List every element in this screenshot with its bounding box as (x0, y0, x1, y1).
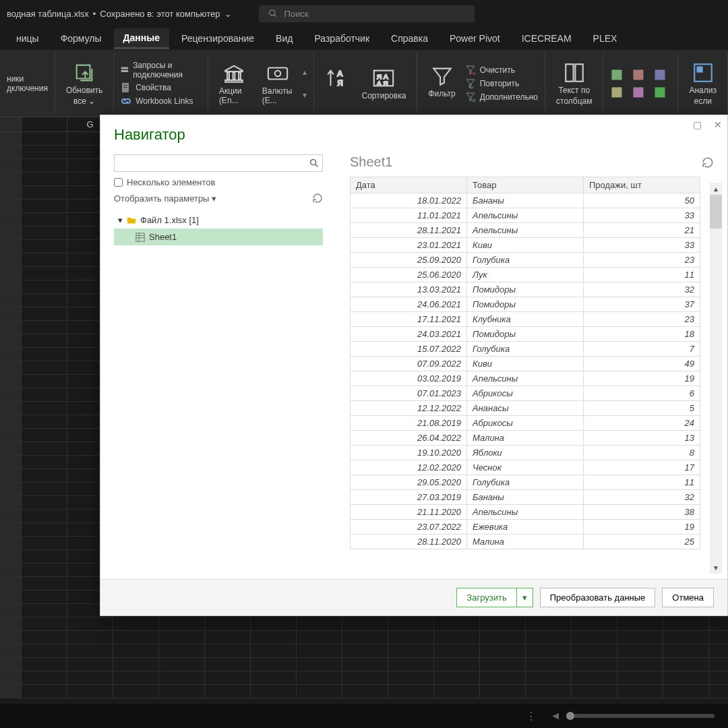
sort-button[interactable]: Я АА Я Сортировка (357, 65, 410, 102)
table-row[interactable]: 13.03.2021Помидоры32 (351, 282, 700, 297)
whatif-button[interactable]: Анализ если (685, 60, 721, 107)
ribbon-tabs: ницы Формулы Данные Рецензирование Вид Р… (0, 27, 728, 50)
svg-point-29 (311, 160, 316, 165)
workbook-links-button[interactable]: Workbook Links (121, 94, 201, 108)
consolidate-icon[interactable] (610, 86, 624, 99)
table-row[interactable]: 23.01.2021Киви33 (351, 238, 700, 253)
remove-duplicates-icon[interactable] (632, 68, 645, 82)
svg-rect-31 (136, 233, 144, 241)
table-row[interactable]: 18.01.2022Бананы50 (351, 193, 700, 208)
titlebar: водная таблица.xlsx • Сохранено в: этот … (0, 0, 728, 27)
folder-icon (127, 216, 136, 225)
sort-asc-icon: АЯ (325, 67, 348, 90)
table-row[interactable]: 21.08.2019Абрикосы24 (351, 416, 700, 431)
navigator-tree: ▾ Файл 1.xlsx [1] Sheet1 (114, 212, 323, 245)
table-row[interactable]: 28.11.2021Апельсины21 (351, 223, 700, 238)
scroll-thumb[interactable] (710, 195, 722, 229)
sort-az-button[interactable]: АЯ (321, 65, 352, 102)
load-dropdown-button[interactable]: ▾ (516, 588, 533, 607)
data-model-icon[interactable] (653, 86, 667, 99)
navigator-search[interactable] (114, 154, 323, 172)
cancel-button[interactable]: Отмена (662, 588, 714, 607)
multiple-items-checkbox[interactable]: Несколько элементов (114, 177, 323, 187)
data-validation-icon[interactable] (653, 68, 667, 82)
table-row[interactable]: 29.05.2020Голубика11 (351, 475, 700, 490)
table-row[interactable]: 12.02.2020Чеснок17 (351, 460, 700, 475)
tree-sheet[interactable]: Sheet1 (114, 229, 323, 245)
tab-help[interactable]: Справка (382, 29, 437, 48)
col-product[interactable]: Товар (467, 177, 584, 193)
refresh-all-button[interactable]: Обновить все ⌄ (62, 60, 107, 107)
load-button[interactable]: Загрузить (456, 588, 516, 607)
table-row[interactable]: 26.04.2022Малина13 (351, 431, 700, 446)
scroll-down-icon[interactable]: ▼ (710, 562, 722, 574)
table-row[interactable]: 15.07.2022Голубика7 (351, 342, 700, 357)
table-row[interactable]: 07.01.2023Абрикосы6 (351, 386, 700, 401)
table-row[interactable]: 24.03.2021Помидоры18 (351, 327, 700, 342)
col-header[interactable] (22, 117, 67, 131)
table-row[interactable]: 25.09.2020Голубика23 (351, 253, 700, 268)
tab-icecream[interactable]: ICECREAM (512, 29, 581, 48)
stocks-button[interactable]: Акции (En... (215, 61, 253, 107)
table-row[interactable]: 11.01.2021Апельсины33 (351, 208, 700, 223)
table-row[interactable]: 23.07.2022Ежевика19 (351, 520, 700, 535)
svg-point-0 (269, 10, 274, 16)
clear-filter-button[interactable]: Очистить (465, 63, 538, 77)
col-sales[interactable]: Продажи, шт (584, 177, 700, 193)
svg-rect-7 (227, 72, 229, 79)
chevron-up-icon[interactable]: ▴ (303, 67, 307, 77)
maximize-button[interactable]: ▢ (693, 119, 702, 130)
refresh-icon[interactable] (312, 193, 323, 204)
tab-powerpivot[interactable]: Power Pivot (440, 29, 510, 48)
tab-view[interactable]: Вид (266, 29, 302, 48)
search-icon (309, 158, 320, 169)
advanced-filter-button[interactable]: Дополнительно (465, 90, 538, 104)
zoom-slider[interactable] (566, 714, 715, 718)
table-row[interactable]: 17.11.2021Клубника23 (351, 312, 700, 327)
table-row[interactable]: 27.03.2019Бананы32 (351, 490, 700, 505)
currency-button[interactable]: Валюты (E... (258, 61, 298, 107)
table-row[interactable]: 28.11.2020Малина25 (351, 535, 700, 549)
table-row[interactable]: 12.12.2022Ананасы5 (351, 401, 700, 416)
table-row[interactable]: 24.06.2021Помидоры37 (351, 297, 700, 312)
svg-text:А Я: А Я (377, 80, 388, 87)
load-split-button[interactable]: Загрузить ▾ (456, 588, 533, 607)
reapply-icon (465, 78, 476, 89)
transform-button[interactable]: Преобразовать данные (540, 588, 656, 607)
tab-review[interactable]: Рецензирование (172, 29, 264, 48)
select-all-cell[interactable] (0, 117, 22, 131)
tab-pages[interactable]: ницы (7, 29, 49, 48)
display-options-button[interactable]: Отобразить параметры (114, 193, 209, 204)
search-box[interactable]: Поиск (259, 5, 475, 22)
filter-button[interactable]: Фильтр (424, 63, 459, 104)
chevron-down-icon[interactable]: ⌄ (224, 9, 232, 19)
tab-plex[interactable]: PLEX (584, 29, 627, 48)
text-to-columns-button[interactable]: Текст по столбцам (552, 60, 596, 107)
scroll-up-icon[interactable]: ▲ (710, 183, 722, 195)
table-row[interactable]: 25.06.2020Лук11 (351, 268, 700, 282)
preview-scrollbar[interactable]: ▲ ▼ (710, 183, 722, 574)
svg-line-1 (274, 15, 276, 17)
save-status: Сохранено в: этот компьютер (100, 9, 220, 19)
table-row[interactable]: 03.02.2019Апельсины19 (351, 371, 700, 386)
grip-icon[interactable]: ⋮ (526, 710, 537, 723)
navigator-search-input[interactable] (117, 158, 309, 169)
tab-data[interactable]: Данные (114, 28, 169, 49)
svg-rect-11 (268, 67, 287, 79)
table-row[interactable]: 21.11.2020Апельсины38 (351, 505, 700, 520)
col-date[interactable]: Дата (351, 177, 467, 193)
svg-rect-21 (612, 69, 622, 80)
tab-formulas[interactable]: Формулы (51, 29, 111, 48)
table-row[interactable]: 07.09.2022Киви49 (351, 357, 700, 371)
relationships-icon[interactable] (632, 86, 645, 99)
flash-fill-icon[interactable] (610, 68, 624, 82)
properties-button[interactable]: Свойства (121, 81, 201, 94)
chevron-down-icon[interactable]: ▾ (303, 90, 307, 100)
refresh-preview-icon[interactable] (702, 156, 714, 169)
queries-connections-button[interactable]: Запросы и подключения (121, 59, 201, 81)
tree-folder[interactable]: ▾ Файл 1.xlsx [1] (114, 212, 323, 229)
tab-developer[interactable]: Разработчик (305, 29, 379, 48)
reapply-filter-button[interactable]: Повторить (465, 77, 538, 90)
table-row[interactable]: 19.10.2020Яблоки8 (351, 446, 700, 460)
close-button[interactable]: ✕ (714, 119, 722, 130)
